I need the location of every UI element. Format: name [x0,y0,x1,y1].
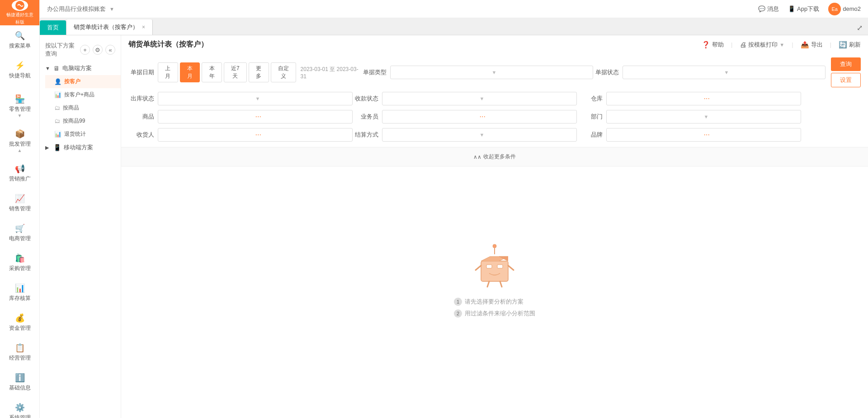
tree-child-by-product-99[interactable]: 🗂 按商品99 [45,114,121,128]
tabs-bar: 首页 销货单统计表（按客户） × ⤢ [40,18,868,35]
sidebar-item-wholesale[interactable]: 📦 批发管理 ▲ [0,124,39,158]
wholesale-arrow-icon: ▲ [18,148,22,153]
message-btn[interactable]: 💬 消息 [758,5,779,13]
date-btn-last-month[interactable]: 上月 [158,62,178,82]
add-scheme-btn[interactable]: + [80,45,90,55]
tree-section: ▼ 🖥 电脑端方案 👤 按客户 📊 按客户+商品 🗂 按商品 [40,61,121,155]
receiver-select[interactable]: ··· [158,128,353,142]
product-label: 商品 [128,113,158,121]
tree-child-by-customer-product[interactable]: 📊 按客户+商品 [45,88,121,101]
by-product-99-label: 按商品99 [63,117,85,125]
brand-dots-icon: ··· [704,131,797,139]
sidebar-item-label-retail: 零售管理 [9,105,31,113]
settings-btn[interactable]: 设置 [831,73,861,87]
tree-child-by-product[interactable]: 🗂 按商品 [45,101,121,114]
sidebar-item-label-finance: 资金管理 [9,324,31,332]
salesperson-label: 业务员 [353,113,382,121]
date-btn-more[interactable]: 更多 [249,62,269,82]
date-btn-this-year[interactable]: 本年 [202,62,222,82]
sidebar-item-operations[interactable]: 📋 经营管理 [0,337,39,367]
svg-rect-1 [481,261,508,281]
filter-row-3: 商品 ··· 业务员 ··· 部门 [128,110,861,124]
export-icon: 📤 [801,41,809,49]
collapse-label: 收起更多条件 [483,153,516,161]
return-stats-label: 退货统计 [64,130,86,138]
help-label: 帮助 [712,41,724,49]
date-label: 单据日期 [128,68,158,76]
date-btn-7days[interactable]: 近7天 [224,62,247,82]
doc-type-arrow-icon: ▼ [492,70,590,75]
brand-select[interactable]: ··· [606,128,801,142]
dropdown-icon[interactable]: ▼ [109,6,114,12]
collapse-up-icon: ∧∧ [473,154,481,160]
warehouse-select[interactable]: ··· [606,92,801,105]
product-select[interactable]: ··· [158,110,353,124]
date-btn-this-month[interactable]: 本月 [180,62,200,82]
scheme-settings-btn[interactable]: ⚙ [93,45,103,55]
logo-icon [12,0,28,11]
tab-sales-stats-label: 销货单统计表（按客户） [74,23,138,31]
desktop-section-toggle[interactable]: ▼ 🖥 电脑端方案 [40,62,121,75]
sidebar-item-system[interactable]: ⚙️ 系统管理 [0,397,39,418]
export-btn[interactable]: 📤 导出 [801,41,823,49]
sidebar-item-sales[interactable]: 📈 销售管理 [0,188,39,218]
message-icon: 💬 [758,5,765,12]
user-profile-btn[interactable]: Ea demo2 [828,3,861,15]
sidebar-item-label-inventory: 库存核算 [9,294,31,302]
doc-type-select[interactable]: ▼ [390,66,593,79]
date-btn-custom[interactable]: 自定义 [271,62,296,82]
empty-tips: 1 请先选择要分析的方案 2 用过滤条件来缩小分析范围 [454,298,535,321]
sidebar-item-purchase[interactable]: 🛍️ 采购管理 [0,248,39,278]
filter-date-section: 单据日期 上月 本月 本年 近7天 更多 自定义 2023-03-01 至 20… [128,62,361,82]
salesperson-select[interactable]: ··· [382,110,577,124]
empty-illustration [467,236,522,290]
tab-home[interactable]: 首页 [40,20,66,35]
tree-child-return-stats[interactable]: 📊 退货统计 [45,128,121,141]
help-icon: ❓ [702,41,710,49]
search-btn[interactable]: 查询 [831,57,861,71]
sidebar-item-retail[interactable]: 🏪 零售管理 ▼ [0,89,39,124]
sidebar-item-inventory[interactable]: 📊 库存核算 [0,278,39,308]
help-btn[interactable]: ❓ 帮助 [702,41,724,49]
empty-tip-2: 2 用过滤条件来缩小分析范围 [454,309,535,318]
stock-status-select[interactable]: ▼ [158,92,353,105]
collapse-btn[interactable]: ∧∧ 收起更多条件 [466,151,523,162]
collapse-panel-btn[interactable]: « [105,45,115,55]
filter-salesperson-section: 业务员 ··· [353,110,577,124]
settlement-select[interactable]: ▼ [382,128,577,142]
retail-arrow-icon: ▼ [18,113,22,118]
sidebar-item-finance[interactable]: 💰 资金管理 [0,308,39,337]
tab-close-icon[interactable]: × [142,24,145,30]
sidebar-item-marketing[interactable]: 📢 营销推广 [0,158,39,188]
by-customer-icon: 👤 [54,78,61,85]
mobile-section-toggle[interactable]: ▶ 📱 移动端方案 [40,141,121,154]
svg-rect-2 [486,265,492,268]
payment-status-arrow-icon: ▼ [480,96,573,101]
doc-type-label: 单据类型 [361,68,390,76]
logo-area: 畅捷通好生意 标版 [0,0,39,25]
sidebar-item-quick-nav[interactable]: ⚡ 快捷导航 [0,55,39,85]
print-arrow-icon: ▼ [779,42,784,48]
quick-nav-icon: ⚡ [15,61,25,71]
tip-text-2: 用过滤条件来缩小分析范围 [465,309,535,318]
sidebar-item-ecommerce[interactable]: 🛒 电商管理 [0,218,39,248]
sidebar-item-basic[interactable]: ℹ️ 基础信息 [0,367,39,397]
tab-sales-stats[interactable]: 销货单统计表（按客户） × [66,19,153,35]
print-btn[interactable]: 🖨 按模板打印 ▼ [740,41,784,49]
refresh-btn[interactable]: 🔄 刷新 [839,41,861,49]
svg-line-9 [500,281,502,287]
tab-home-label: 首页 [47,24,59,32]
account-selector[interactable]: 办公用品行业模拟账套 [47,5,106,13]
sidebar-item-label-sales: 销售管理 [9,205,31,213]
retail-icon: 🏪 [15,94,25,104]
doc-status-select[interactable]: ▼ [623,66,826,79]
payment-status-select[interactable]: ▼ [382,92,577,105]
tab-expand-btn[interactable]: ⤢ [851,20,868,35]
department-select[interactable]: ▼ [606,110,801,124]
app-download-btn[interactable]: 📱 App下载 [788,5,819,13]
right-panel: 销货单统计表（按客户） ❓ 帮助 | 🖨 按模板打印 ▼ | 📤 [121,35,868,418]
tree-child-by-customer[interactable]: 👤 按客户 [45,75,121,88]
sidebar-item-label-purchase: 采购管理 [9,265,31,272]
sidebar-item-search-menu[interactable]: 🔍 搜索菜单 [0,25,39,55]
by-customer-product-icon: 📊 [54,91,61,98]
